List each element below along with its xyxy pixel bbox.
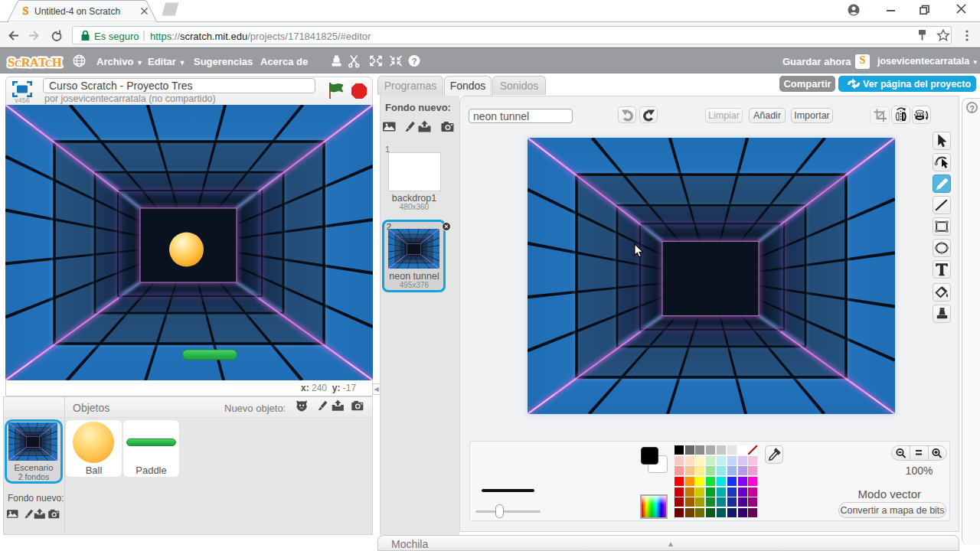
- svg-text:?: ?: [412, 57, 417, 66]
- svg-text:H: H: [52, 56, 62, 69]
- svg-text:S: S: [23, 5, 29, 17]
